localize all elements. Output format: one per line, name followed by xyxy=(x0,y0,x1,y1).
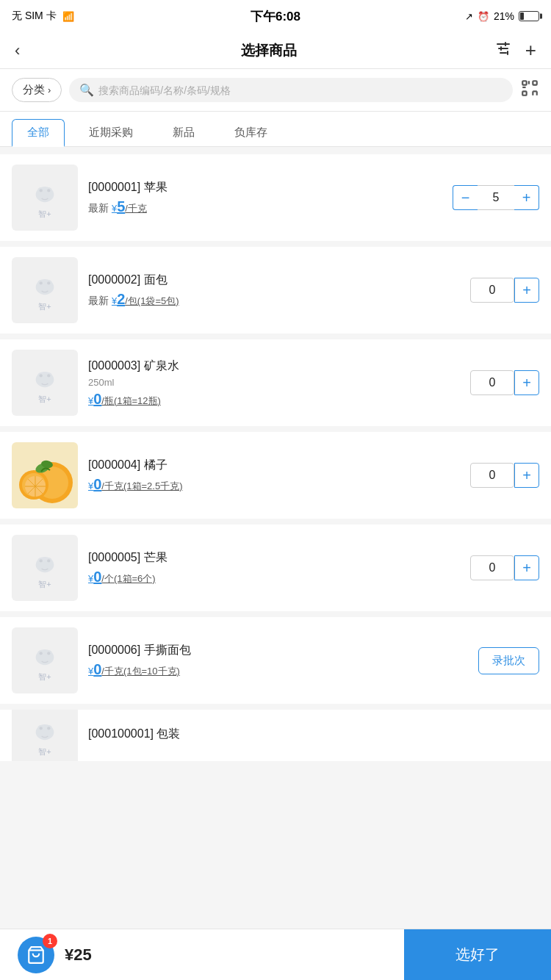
product-name: [0000001] 苹果 xyxy=(88,180,442,195)
product-name: [0000004] 橘子 xyxy=(88,458,460,473)
battery-percent: 21% xyxy=(494,10,514,22)
product-name: [000100001] 包装 xyxy=(88,727,539,742)
wifi-icon: 📶 xyxy=(62,11,74,22)
status-right: ↗ ⏰ 21% xyxy=(465,10,539,22)
product-image: 智+ xyxy=(12,257,78,323)
qty-display: 0 xyxy=(470,370,514,395)
bottom-bar: 1 ¥25 选好了 xyxy=(0,929,551,980)
tab-negative[interactable]: 负库存 xyxy=(219,119,283,146)
product-list: 智+ [0000001] 苹果 最新 ¥5/千克 − + xyxy=(0,147,551,774)
search-bar: 分类 › 🔍 xyxy=(0,69,551,112)
qty-plus-button[interactable]: + xyxy=(514,463,539,488)
product-info: [0000006] 手撕面包 ¥0/千克(1包=10千克) xyxy=(88,643,468,678)
svg-point-50 xyxy=(47,652,50,655)
cart-badge: 1 xyxy=(43,934,57,948)
page-title: 选择商品 xyxy=(241,41,297,60)
qty-minus-button[interactable]: − xyxy=(453,185,478,210)
list-item: 智+ [0000003] 矿泉水 250ml ¥0/瓶(1箱=12瓶) 0 + xyxy=(0,339,551,426)
tab-recent[interactable]: 近期采购 xyxy=(73,119,148,146)
qty-plus-button[interactable]: + xyxy=(514,555,539,580)
product-image: 智+ xyxy=(12,710,78,761)
status-left: 无 SIM 卡 📶 xyxy=(12,10,74,23)
svg-rect-7 xyxy=(533,81,536,84)
svg-point-45 xyxy=(47,559,50,562)
search-input-wrap: 🔍 xyxy=(69,78,513,102)
qty-plus-button[interactable]: + xyxy=(514,278,539,303)
search-input[interactable] xyxy=(98,84,503,96)
nav-bar: ‹ 选择商品 + xyxy=(0,32,551,69)
svg-point-54 xyxy=(40,727,43,729)
tabs-bar: 全部 近期采购 新品 负库存 xyxy=(0,112,551,147)
svg-point-44 xyxy=(40,559,43,562)
battery-icon xyxy=(519,11,539,21)
nav-actions: + xyxy=(494,39,536,62)
svg-point-23 xyxy=(40,281,43,284)
svg-point-28 xyxy=(40,374,43,377)
qty-input[interactable] xyxy=(478,185,514,210)
scan-icon[interactable] xyxy=(520,79,539,102)
product-image: 智+ xyxy=(12,627,78,693)
qty-display: 0 xyxy=(470,555,514,580)
product-price: ¥0/千克(1包=10千克) xyxy=(88,661,468,678)
product-name: [0000006] 手撕面包 xyxy=(88,643,468,658)
filter-icon[interactable] xyxy=(494,40,512,62)
product-price: ¥0/瓶(1箱=12瓶) xyxy=(88,391,460,408)
product-image: 智+ xyxy=(12,165,78,231)
qty-control: 0 + xyxy=(470,463,539,488)
product-info: [0000002] 面包 最新 ¥2/包(1袋=5包) xyxy=(88,273,460,308)
product-info: [0000004] 橘子 ¥0/千克(1箱=2.5千克) xyxy=(88,458,460,493)
svg-point-49 xyxy=(40,652,43,655)
qty-control: 0 + xyxy=(470,555,539,580)
product-price: ¥0/千克(1箱=2.5千克) xyxy=(88,476,460,493)
qty-display: 0 xyxy=(470,278,514,303)
record-batch-button[interactable]: 录批次 xyxy=(478,647,539,674)
status-bar: 无 SIM 卡 📶 下午6:08 ↗ ⏰ 21% xyxy=(0,0,551,32)
product-name: [0000005] 芒果 xyxy=(88,550,460,566)
product-image: 智+ xyxy=(12,535,78,601)
status-time: 下午6:08 xyxy=(251,8,300,25)
list-item: 智+ [0000006] 手撕面包 ¥0/千克(1包=10千克) 录批次 xyxy=(0,617,551,704)
list-item: 智+ [0000005] 芒果 ¥0/个(1箱=6个) 0 + xyxy=(0,525,551,611)
tab-all[interactable]: 全部 xyxy=(12,119,65,147)
svg-rect-8 xyxy=(522,91,526,95)
product-info: [0000005] 芒果 ¥0/个(1箱=6个) xyxy=(88,550,460,586)
product-price: ¥0/个(1箱=6个) xyxy=(88,569,460,586)
list-item: [0000004] 橘子 ¥0/千克(1箱=2.5千克) 0 + xyxy=(0,432,551,519)
list-item: 智+ [0000002] 面包 最新 ¥2/包(1袋=5包) 0 + xyxy=(0,247,551,334)
cart-button[interactable]: 1 xyxy=(18,937,54,973)
back-button[interactable]: ‹ xyxy=(15,41,44,60)
qty-plus-button[interactable]: + xyxy=(514,185,539,210)
list-item: 智+ [000100001] 包装 xyxy=(0,710,551,761)
qty-plus-button[interactable]: + xyxy=(514,370,539,395)
product-price: 最新 ¥5/千克 xyxy=(88,198,442,215)
qty-display: 0 xyxy=(470,463,514,488)
qty-control: − + xyxy=(453,185,539,210)
confirm-button[interactable]: 选好了 xyxy=(404,929,551,981)
qty-control: 0 + xyxy=(470,278,539,303)
list-item: 智+ [0000001] 苹果 最新 ¥5/千克 − + xyxy=(0,154,551,241)
svg-point-29 xyxy=(47,374,50,377)
location-icon: ↗ xyxy=(465,11,473,22)
category-button[interactable]: 分类 › xyxy=(12,78,62,102)
tab-new[interactable]: 新品 xyxy=(157,119,210,146)
svg-point-18 xyxy=(40,189,43,192)
cart-section: 1 ¥25 xyxy=(0,937,92,973)
product-spec: 250ml xyxy=(88,377,460,388)
product-info: [0000001] 苹果 最新 ¥5/千克 xyxy=(88,180,442,215)
search-icon: 🔍 xyxy=(79,83,94,97)
svg-rect-6 xyxy=(522,81,526,84)
alarm-icon: ⏰ xyxy=(478,11,489,22)
svg-point-19 xyxy=(47,189,50,192)
cart-total: ¥25 xyxy=(65,945,92,965)
product-image xyxy=(12,442,78,508)
product-name: [0000003] 矿泉水 xyxy=(88,359,460,374)
product-image: 智+ xyxy=(12,350,78,416)
svg-point-24 xyxy=(47,281,50,284)
chevron-right-icon: › xyxy=(48,84,51,96)
add-button[interactable]: + xyxy=(525,39,536,62)
product-info: [000100001] 包装 xyxy=(88,727,539,745)
carrier-label: 无 SIM 卡 xyxy=(12,10,57,23)
product-name: [0000002] 面包 xyxy=(88,273,460,288)
product-info: [0000003] 矿泉水 250ml ¥0/瓶(1箱=12瓶) xyxy=(88,359,460,408)
svg-point-55 xyxy=(47,727,50,729)
